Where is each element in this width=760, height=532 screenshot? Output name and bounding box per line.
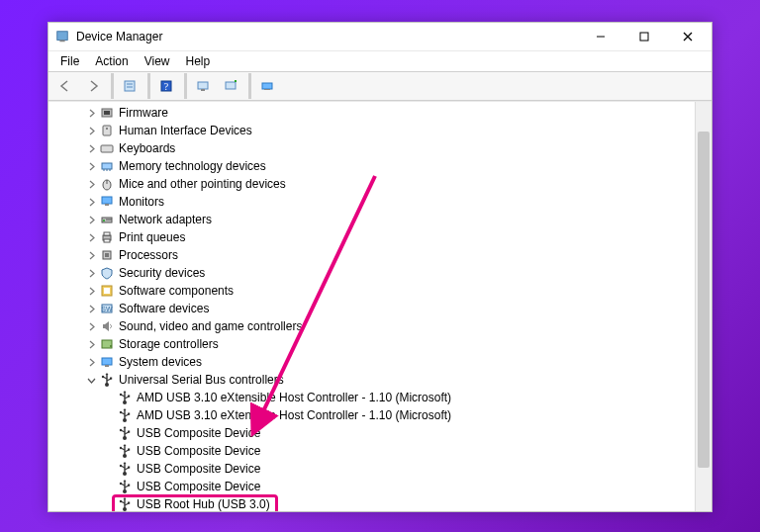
scrollbar-thumb[interactable] [698, 132, 710, 468]
svg-rect-77 [128, 449, 130, 451]
svg-point-57 [120, 394, 122, 396]
device-tree[interactable]: FirmwareHuman Interface DevicesKeyboards… [48, 102, 696, 511]
tree-item[interactable]: Monitors [48, 193, 696, 211]
svg-rect-95 [128, 502, 130, 504]
tree-item-label: USB Composite Device [137, 442, 260, 460]
tree-item[interactable]: USB Root Hub (USB 3.0) [48, 495, 696, 511]
tree-item[interactable]: Processors [48, 246, 696, 264]
usb-icon [117, 407, 133, 423]
scan-hardware-button[interactable] [190, 73, 216, 99]
software-comp-icon [99, 283, 115, 299]
tree-item-label: System devices [119, 353, 202, 371]
svg-rect-14 [262, 83, 272, 89]
software-dev-icon: SW [99, 301, 115, 316]
tree-item[interactable]: Memory technology devices [48, 157, 696, 175]
chevron-right-icon[interactable] [84, 302, 98, 315]
chevron-right-icon[interactable] [84, 319, 98, 333]
properties-button[interactable] [117, 73, 142, 99]
chevron-right-icon[interactable] [84, 266, 98, 280]
menu-file[interactable]: File [52, 52, 87, 70]
svg-text:?: ? [164, 81, 169, 92]
vertical-scrollbar[interactable] [695, 102, 712, 511]
close-button[interactable] [666, 23, 710, 50]
chevron-down-icon[interactable] [84, 373, 98, 387]
tree-item-label: Monitors [119, 193, 164, 211]
chevron-right-icon[interactable] [84, 213, 98, 226]
storage-icon [99, 336, 115, 352]
tree-item-label: Firmware [119, 104, 168, 122]
chevron-right-icon[interactable] [84, 195, 98, 209]
update-driver-button[interactable] [254, 73, 280, 99]
tree-item-label: USB Composite Device [137, 478, 260, 495]
network-icon [99, 212, 115, 227]
chevron-right-icon[interactable] [84, 355, 98, 369]
toolbar-separator [184, 73, 187, 99]
menu-action[interactable]: Action [87, 52, 136, 70]
processor-icon [99, 247, 115, 263]
help-button[interactable]: ? [153, 73, 179, 99]
minimize-button[interactable] [579, 23, 622, 50]
menu-view[interactable]: View [137, 52, 178, 70]
toolbar-separator [147, 73, 150, 99]
tree-item-label: Software devices [119, 300, 209, 317]
tree-item-label: Security devices [119, 264, 205, 282]
tree-item[interactable]: Software components [48, 282, 696, 300]
chevron-right-icon[interactable] [84, 177, 98, 191]
back-button[interactable] [52, 73, 78, 99]
tree-item[interactable]: USB Composite Device [48, 460, 696, 478]
chevron-right-icon[interactable] [84, 106, 98, 120]
tree-item-label: USB Composite Device [137, 424, 260, 442]
chevron-right-icon[interactable] [84, 248, 98, 262]
tree-item-label: AMD USB 3.10 eXtensible Host Controller … [137, 406, 451, 424]
tree-item[interactable]: Universal Serial Bus controllers [48, 371, 696, 389]
tree-item[interactable]: SWSoftware devices [48, 300, 696, 317]
chevron-right-icon[interactable] [84, 124, 98, 137]
hid-icon [99, 123, 115, 138]
expander-placeholder [102, 408, 116, 422]
tree-item[interactable]: Keyboards [48, 139, 696, 157]
svg-rect-31 [105, 204, 109, 206]
tree-item[interactable]: Sound, video and game controllers [48, 317, 696, 335]
tree-item-label: Network adapters [119, 211, 212, 228]
tree-item[interactable]: AMD USB 3.10 eXtensible Host Controller … [48, 406, 696, 424]
chevron-right-icon[interactable] [84, 230, 98, 244]
chevron-right-icon[interactable] [84, 337, 98, 351]
add-hardware-button[interactable] [218, 73, 243, 99]
tree-item[interactable]: Human Interface Devices [48, 122, 696, 139]
tree-item[interactable]: Network adapters [48, 211, 696, 228]
titlebar: Device Manager [48, 23, 712, 50]
chevron-right-icon[interactable] [84, 284, 98, 298]
forward-button[interactable] [80, 73, 106, 99]
svg-rect-17 [104, 111, 110, 115]
svg-rect-46 [102, 358, 112, 365]
svg-rect-37 [104, 239, 110, 242]
tree-item[interactable]: Firmware [48, 104, 696, 122]
tree-item[interactable]: Print queues [48, 228, 696, 246]
tree-item-label: Universal Serial Bus controllers [119, 371, 284, 389]
svg-rect-47 [105, 365, 109, 367]
tree-item-label: Storage controllers [119, 335, 219, 353]
maximize-button[interactable] [622, 23, 666, 50]
svg-rect-41 [104, 288, 110, 294]
tree-item[interactable]: System devices [48, 353, 696, 371]
tree-item[interactable]: USB Composite Device [48, 424, 696, 442]
usb-icon [99, 372, 115, 388]
chevron-right-icon[interactable] [84, 141, 98, 155]
menu-help[interactable]: Help [178, 52, 219, 70]
svg-point-45 [110, 345, 112, 347]
printer-icon [99, 229, 115, 245]
tree-item[interactable]: USB Composite Device [48, 442, 696, 460]
tree-item[interactable]: Mice and other pointing devices [48, 175, 696, 193]
tree-item[interactable]: Security devices [48, 264, 696, 282]
svg-line-4 [684, 33, 692, 41]
chevron-right-icon[interactable] [84, 159, 98, 173]
expander-placeholder [102, 480, 116, 493]
toolbar-separator [111, 73, 114, 99]
tree-item[interactable]: USB Composite Device [48, 478, 696, 495]
tree-item[interactable]: AMD USB 3.10 eXtensible Host Controller … [48, 389, 696, 406]
expander-placeholder [102, 497, 116, 511]
tree-item[interactable]: Storage controllers [48, 335, 696, 353]
sound-icon [99, 318, 115, 334]
svg-rect-0 [57, 32, 68, 41]
svg-rect-83 [128, 467, 130, 469]
